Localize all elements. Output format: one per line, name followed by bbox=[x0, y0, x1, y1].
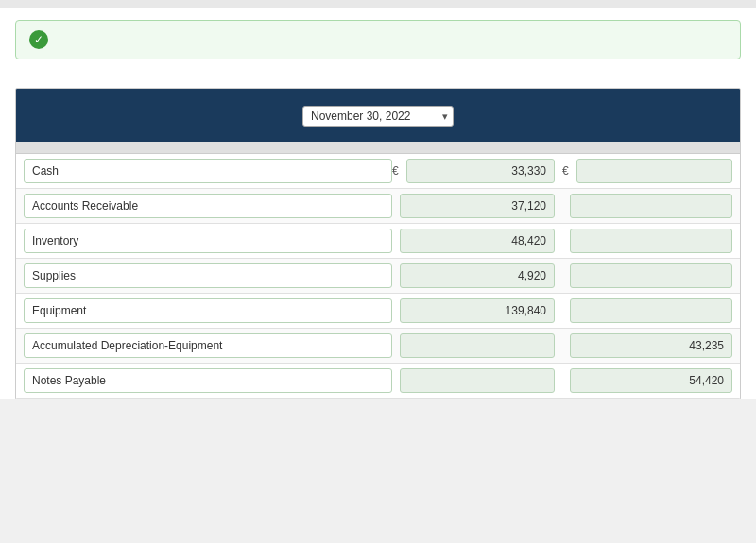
debit-amount-0[interactable]: 33,330 bbox=[406, 159, 555, 183]
table-row: Accounts Receivable 37,120 bbox=[16, 189, 740, 224]
trial-balance-table: November 30, 2022 Cash € 33,330 € Accoun… bbox=[15, 88, 741, 399]
debit-amount-6[interactable] bbox=[400, 368, 555, 393]
debit-amount-3[interactable]: 4,920 bbox=[400, 263, 555, 288]
credit-amount-0[interactable] bbox=[576, 159, 732, 183]
account-name-0: Cash bbox=[24, 159, 392, 183]
date-dropdown[interactable]: November 30, 2022 bbox=[302, 106, 454, 127]
table-row: Cash € 33,330 € bbox=[16, 154, 740, 189]
debit-cell-4: 139,840 bbox=[392, 298, 562, 323]
table-row: Inventory 48,420 bbox=[16, 224, 740, 259]
instruction-text bbox=[0, 71, 756, 88]
account-name-2: Inventory bbox=[24, 229, 392, 253]
credit-amount-6[interactable]: 54,420 bbox=[570, 368, 732, 393]
credit-cell-6: 54,420 bbox=[562, 368, 732, 393]
debit-amount-1[interactable]: 37,120 bbox=[400, 194, 555, 218]
column-headers bbox=[16, 142, 740, 154]
credit-cell-1 bbox=[562, 194, 732, 218]
credit-amount-5[interactable]: 43,235 bbox=[570, 333, 732, 358]
credit-cell-2 bbox=[562, 229, 732, 253]
table-row: Notes Payable 54,420 bbox=[16, 364, 740, 399]
table-row: Equipment 139,840 bbox=[16, 294, 740, 329]
credit-cell-0: € bbox=[562, 159, 732, 183]
date-dropdown-wrapper[interactable]: November 30, 2022 bbox=[302, 106, 454, 127]
debit-cell-5 bbox=[392, 333, 562, 358]
currency-credit-0: € bbox=[562, 164, 569, 178]
table-row: Accumulated Depreciation-Equipment 43,23… bbox=[16, 329, 740, 364]
date-row: November 30, 2022 bbox=[24, 100, 732, 136]
credit-amount-2[interactable] bbox=[570, 229, 732, 253]
credit-amount-3[interactable] bbox=[570, 263, 732, 288]
debit-amount-5[interactable] bbox=[400, 333, 555, 358]
credit-cell-3 bbox=[562, 263, 732, 288]
debit-amount-4[interactable]: 139,840 bbox=[400, 298, 555, 323]
credit-cell-4 bbox=[562, 298, 732, 323]
success-banner: ✓ bbox=[15, 20, 741, 59]
top-bar bbox=[0, 0, 756, 8]
debit-cell-3: 4,920 bbox=[392, 263, 562, 288]
account-name-3: Supplies bbox=[24, 263, 392, 288]
debit-cell-2: 48,420 bbox=[392, 229, 562, 253]
debit-cell-0: € 33,330 bbox=[392, 159, 562, 183]
credit-cell-5: 43,235 bbox=[562, 333, 732, 358]
credit-amount-4[interactable] bbox=[570, 298, 732, 323]
account-name-6: Notes Payable bbox=[24, 368, 392, 393]
debit-cell-1: 37,120 bbox=[392, 194, 562, 218]
page-container: ✓ November 30, 2022 Cash € 33,330 € bbox=[0, 0, 756, 399]
account-name-4: Equipment bbox=[24, 298, 392, 323]
table-header: November 30, 2022 bbox=[16, 89, 740, 142]
debit-cell-6 bbox=[392, 368, 562, 393]
credit-amount-1[interactable] bbox=[570, 194, 732, 218]
table-body: Cash € 33,330 € Accounts Receivable 37,1… bbox=[16, 154, 740, 399]
table-row: Supplies 4,920 bbox=[16, 259, 740, 294]
debit-amount-2[interactable]: 48,420 bbox=[400, 229, 555, 253]
currency-debit-0: € bbox=[392, 164, 399, 178]
success-icon: ✓ bbox=[29, 30, 48, 49]
account-name-5: Accumulated Depreciation-Equipment bbox=[24, 333, 392, 358]
account-name-1: Accounts Receivable bbox=[24, 194, 392, 218]
